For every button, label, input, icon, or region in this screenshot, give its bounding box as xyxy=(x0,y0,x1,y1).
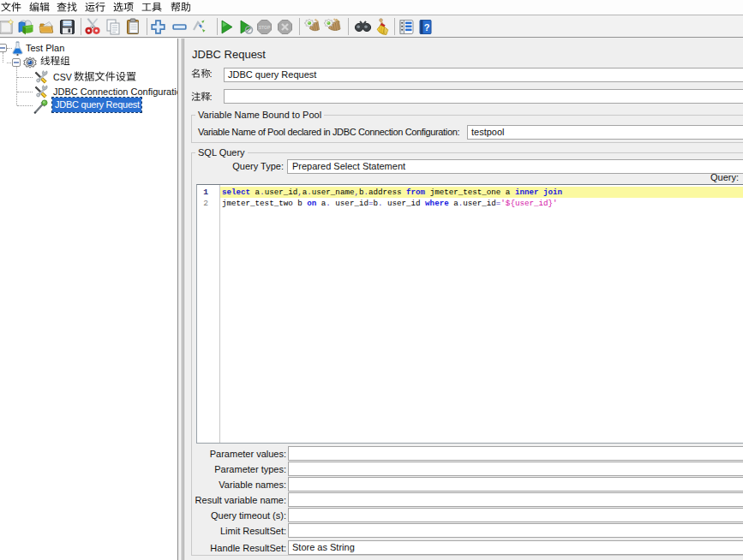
svg-text:STOP: STOP xyxy=(259,25,271,30)
svg-text:?: ? xyxy=(424,22,430,33)
